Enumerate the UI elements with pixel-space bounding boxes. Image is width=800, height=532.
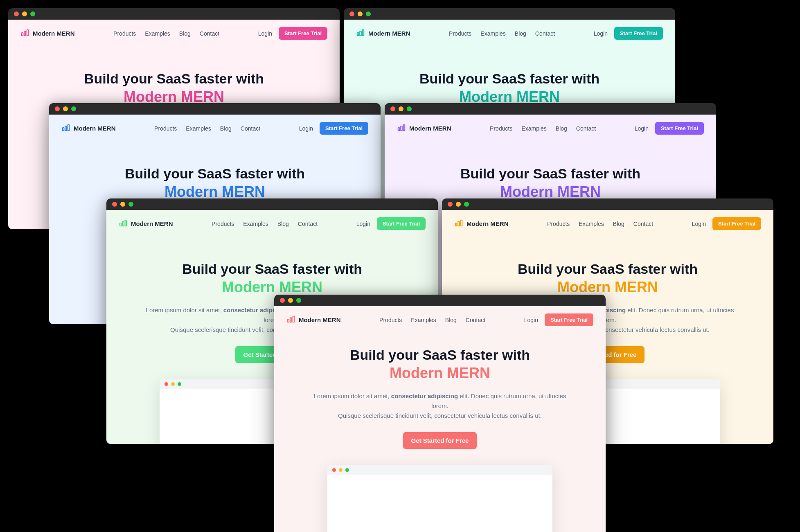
nav-products[interactable]: Products [212,221,234,227]
nav-right: LoginStart Free Trial [356,217,426,230]
nav-contact[interactable]: Contact [241,125,260,132]
nav-contact[interactable]: Contact [535,30,555,37]
red-traffic-light[interactable] [390,106,395,111]
yellow-traffic-light[interactable] [288,298,293,303]
get-started-button[interactable]: Get Started for Free [403,432,477,449]
svg-rect-6 [63,128,64,131]
start-trial-button[interactable]: Start Free Trial [614,27,663,40]
green-traffic-light[interactable] [464,202,469,207]
start-trial-button[interactable]: Start Free Trial [320,122,368,135]
nav-products[interactable]: Products [113,30,136,37]
bar-chart-icon [61,123,70,133]
svg-rect-14 [125,220,127,226]
nav-examples[interactable]: Examples [579,221,604,227]
nav-examples[interactable]: Examples [480,30,505,37]
nav-blog[interactable]: Blog [445,317,457,323]
inner-titlebar [327,465,553,475]
svg-rect-10 [401,126,402,131]
svg-rect-18 [288,319,289,322]
start-trial-button[interactable]: Start Free Trial [712,217,761,230]
login-link[interactable]: Login [594,30,608,37]
brand[interactable]: Modern MERN [397,123,451,133]
nav-right: LoginStart Free Trial [692,217,761,230]
nav-contact[interactable]: Contact [200,30,219,37]
green-traffic-light[interactable] [30,11,35,16]
brand[interactable]: Modern MERN [286,315,341,325]
nav-examples[interactable]: Examples [186,125,211,132]
brand[interactable]: Modern MERN [61,123,116,133]
nav-products[interactable]: Products [379,317,402,323]
green-traffic-light[interactable] [128,202,133,207]
nav-contact[interactable]: Contact [633,221,653,227]
bar-chart-icon [454,219,463,229]
yellow-traffic-light[interactable] [63,106,68,111]
nav-examples[interactable]: Examples [145,30,170,37]
nav-products[interactable]: Products [154,125,177,132]
start-trial-button[interactable]: Start Free Trial [279,27,327,40]
yellow-traffic-light[interactable] [399,106,403,111]
nav-blog[interactable]: Blog [179,30,191,37]
nav-contact[interactable]: Contact [576,125,596,132]
start-trial-button[interactable]: Start Free Trial [377,217,426,230]
login-link[interactable]: Login [524,317,538,323]
bar-chart-icon [286,315,295,325]
login-link[interactable]: Login [356,221,370,227]
login-link[interactable]: Login [299,125,313,132]
green-traffic-light[interactable] [407,106,412,111]
inner-traffic-light [332,468,336,472]
login-link[interactable]: Login [258,30,272,37]
login-link[interactable]: Login [692,221,706,227]
red-traffic-light[interactable] [280,298,285,303]
nav-links: ProductsExamplesBlogContact [212,221,318,227]
svg-rect-7 [65,126,67,131]
nav-products[interactable]: Products [547,221,570,227]
nav-blog[interactable]: Blog [277,221,289,227]
brand-name: Modern MERN [299,316,341,323]
window-titlebar [274,295,606,306]
nav-examples[interactable]: Examples [411,317,436,323]
hero-title: Build your SaaS faster withModern MERN [8,70,340,107]
theme-window: Modern MERNProductsExamplesBlogContactLo… [274,295,606,532]
nav-blog[interactable]: Blog [220,125,232,132]
brand-name: Modern MERN [409,125,451,132]
window-content: Modern MERNProductsExamplesBlogContactLo… [274,306,606,532]
login-link[interactable]: Login [635,125,649,132]
nav-examples[interactable]: Examples [243,221,268,227]
navbar: Modern MERNProductsExamplesBlogContactLo… [8,20,340,47]
brand-name: Modern MERN [33,30,75,37]
green-traffic-light[interactable] [71,106,76,111]
red-traffic-light[interactable] [448,202,453,207]
nav-products[interactable]: Products [449,30,471,37]
nav-examples[interactable]: Examples [521,125,546,132]
red-traffic-light[interactable] [55,106,60,111]
brand-name: Modern MERN [74,125,116,132]
svg-rect-11 [403,125,405,131]
nav-blog[interactable]: Blog [556,125,567,132]
green-traffic-light[interactable] [296,298,301,303]
yellow-traffic-light[interactable] [120,202,125,207]
inner-traffic-light [178,382,181,386]
nav-products[interactable]: Products [490,125,512,132]
brand[interactable]: Modern MERN [454,219,509,229]
brand[interactable]: Modern MERN [356,28,410,38]
hero-line2: Modern MERN [442,278,773,297]
brand[interactable]: Modern MERN [20,28,75,38]
nav-blog[interactable]: Blog [515,30,526,37]
svg-rect-8 [68,125,70,131]
red-traffic-light[interactable] [349,11,354,16]
yellow-traffic-light[interactable] [456,202,461,207]
start-trial-button[interactable]: Start Free Trial [655,122,704,135]
yellow-traffic-light[interactable] [22,11,27,16]
start-trial-button[interactable]: Start Free Trial [545,313,593,326]
nav-links: ProductsExamplesBlogContact [154,125,260,132]
green-traffic-light[interactable] [366,11,371,16]
nav-contact[interactable]: Contact [466,317,485,323]
brand-name: Modern MERN [368,30,410,37]
red-traffic-light[interactable] [14,11,19,16]
nav-blog[interactable]: Blog [613,221,624,227]
brand[interactable]: Modern MERN [119,219,173,229]
red-traffic-light[interactable] [112,202,117,207]
nav-contact[interactable]: Contact [298,221,318,227]
yellow-traffic-light[interactable] [358,11,363,16]
window-titlebar [442,198,773,210]
